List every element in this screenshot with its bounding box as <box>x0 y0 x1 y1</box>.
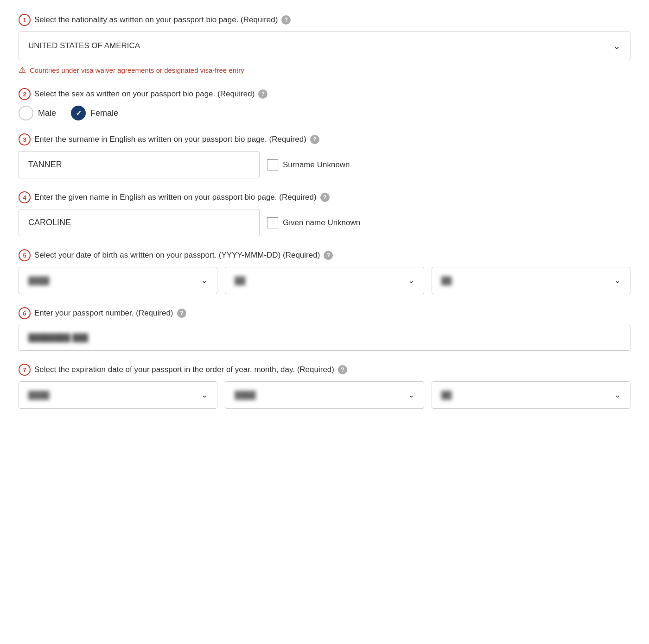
step4-label: 4 Enter the given name in English as wri… <box>19 191 630 203</box>
dob-month-chevron-icon: ⌄ <box>408 276 414 285</box>
dob-year-value: ████ <box>28 277 49 285</box>
step4-label-text: Enter the given name in English as writt… <box>34 193 317 202</box>
step3-surname: 3 Enter the surname in English as writte… <box>19 133 630 178</box>
nationality-chevron-icon: ⌄ <box>613 40 621 51</box>
step2-help-icon[interactable]: ? <box>258 89 267 99</box>
given-name-unknown-text: Given name Unknown <box>283 218 360 227</box>
step5-label-text: Select your date of birth as written on … <box>34 251 320 260</box>
female-label: Female <box>90 108 118 118</box>
step1-label: 1 Select the nationality as written on y… <box>19 14 630 26</box>
given-name-unknown-checkbox[interactable] <box>267 217 278 228</box>
step7-label: 7 Select the expiration date of your pas… <box>19 364 630 376</box>
male-radio-circle <box>19 106 33 120</box>
given-name-input[interactable] <box>19 209 260 236</box>
step7-expiry-date: 7 Select the expiration date of your pas… <box>19 364 630 409</box>
step3-label-text: Enter the surname in English as written … <box>34 135 306 144</box>
passport-number-field[interactable]: ████████ ███ <box>19 325 630 351</box>
step7-label-text: Select the expiration date of your passp… <box>34 365 334 374</box>
dob-month-dropdown[interactable]: ██ ⌄ <box>225 267 424 294</box>
dob-day-dropdown[interactable]: ██ ⌄ <box>432 267 630 294</box>
step6-label: 6 Enter your passport number. (Required)… <box>19 307 630 319</box>
surname-input[interactable] <box>19 151 260 178</box>
step1-circle: 1 <box>19 14 31 26</box>
male-radio[interactable]: Male <box>19 106 56 120</box>
expiry-year-dropdown[interactable]: ████ ⌄ <box>19 381 217 409</box>
step6-passport-number: 6 Enter your passport number. (Required)… <box>19 307 630 351</box>
step5-dob: 5 Select your date of birth as written o… <box>19 249 630 294</box>
nationality-dropdown[interactable]: UNITED STATES OF AMERICA ⌄ <box>19 32 630 60</box>
step6-help-icon[interactable]: ? <box>177 309 186 318</box>
alert-icon: ⚠ <box>19 65 26 75</box>
step6-circle: 6 <box>19 307 31 319</box>
step4-help-icon[interactable]: ? <box>320 193 330 202</box>
female-radio[interactable]: Female <box>71 106 118 120</box>
step3-label: 3 Enter the surname in English as writte… <box>19 133 630 145</box>
surname-input-row: Surname Unknown <box>19 151 630 178</box>
step1-nationality: 1 Select the nationality as written on y… <box>19 14 630 75</box>
sex-radio-group: Male Female <box>19 106 630 120</box>
expiry-day-value: ██ <box>441 391 452 399</box>
step2-sex: 2 Select the sex as written on your pass… <box>19 88 630 120</box>
step4-given-name: 4 Enter the given name in English as wri… <box>19 191 630 236</box>
expiry-month-chevron-icon: ⌄ <box>408 390 414 400</box>
step2-circle: 2 <box>19 88 31 100</box>
surname-unknown-label[interactable]: Surname Unknown <box>267 159 350 170</box>
given-name-unknown-label[interactable]: Given name Unknown <box>267 217 360 228</box>
dob-year-dropdown[interactable]: ████ ⌄ <box>19 267 217 294</box>
passport-number-value: ████████ ███ <box>28 334 88 342</box>
dob-day-value: ██ <box>441 277 452 285</box>
step6-label-text: Enter your passport number. (Required) <box>34 309 173 318</box>
step7-circle: 7 <box>19 364 31 376</box>
female-radio-circle <box>71 106 86 120</box>
dob-dropdowns: ████ ⌄ ██ ⌄ ██ ⌄ <box>19 267 630 294</box>
expiry-year-chevron-icon: ⌄ <box>201 390 208 400</box>
step5-label: 5 Select your date of birth as written o… <box>19 249 630 261</box>
step7-help-icon[interactable]: ? <box>338 365 347 374</box>
step2-label: 2 Select the sex as written on your pass… <box>19 88 630 100</box>
step3-circle: 3 <box>19 133 31 145</box>
step4-circle: 4 <box>19 191 31 203</box>
surname-unknown-checkbox[interactable] <box>267 159 278 170</box>
step5-circle: 5 <box>19 249 31 261</box>
expiry-dropdowns: ████ ⌄ ████ ⌄ ██ ⌄ <box>19 381 630 409</box>
dob-month-value: ██ <box>235 277 245 285</box>
step1-label-text: Select the nationality as written on you… <box>34 15 278 25</box>
male-label: Male <box>38 108 56 118</box>
given-name-input-row: Given name Unknown <box>19 209 630 236</box>
surname-unknown-text: Surname Unknown <box>283 160 350 170</box>
step5-help-icon[interactable]: ? <box>324 251 333 260</box>
alert-text: Countries under visa waiver agreements o… <box>30 66 244 74</box>
nationality-value: UNITED STATES OF AMERICA <box>28 41 140 51</box>
expiry-month-dropdown[interactable]: ████ ⌄ <box>225 381 424 409</box>
step1-help-icon[interactable]: ? <box>281 15 291 25</box>
dob-year-chevron-icon: ⌄ <box>201 276 208 285</box>
expiry-month-value: ████ <box>235 391 255 399</box>
expiry-day-dropdown[interactable]: ██ ⌄ <box>432 381 630 409</box>
dob-day-chevron-icon: ⌄ <box>614 276 621 285</box>
expiry-year-value: ████ <box>28 391 49 399</box>
visa-waiver-alert: ⚠ Countries under visa waiver agreements… <box>19 65 630 75</box>
step3-help-icon[interactable]: ? <box>310 135 319 144</box>
expiry-day-chevron-icon: ⌄ <box>614 390 621 400</box>
step2-label-text: Select the sex as written on your passpo… <box>34 89 255 99</box>
